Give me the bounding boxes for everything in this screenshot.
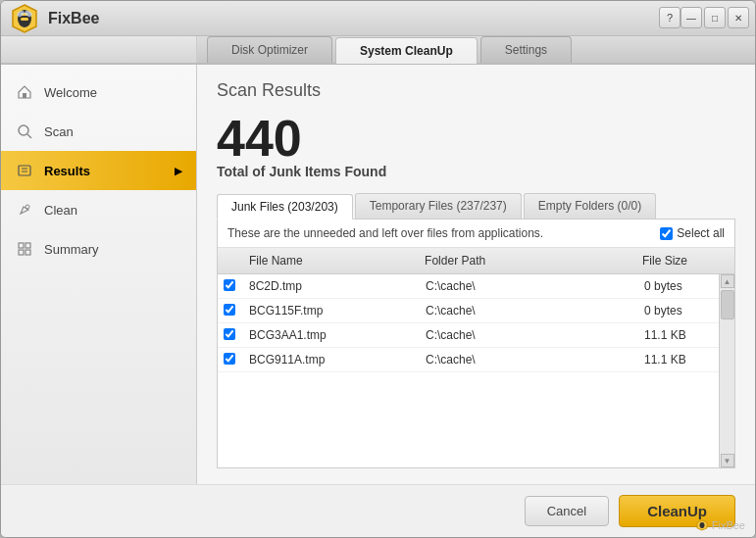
- minimize-button[interactable]: —: [680, 7, 702, 28]
- row-size-3: 11.1 KB: [640, 351, 719, 368]
- sidebar-item-results[interactable]: Results ▶: [1, 151, 196, 190]
- maximize-button[interactable]: □: [704, 7, 726, 28]
- file-panel-description: These are the unneeded and left over fil…: [227, 226, 543, 240]
- sidebar-item-scan[interactable]: Scan: [1, 112, 196, 151]
- page-title: Scan Results: [217, 80, 735, 101]
- title-bar: FixBee ? — □ ✕: [1, 1, 755, 36]
- watermark-icon: [696, 519, 708, 531]
- svg-point-7: [19, 125, 28, 135]
- row-size-1: 0 bytes: [640, 302, 719, 319]
- app-logo: FixBee: [9, 3, 99, 34]
- row-checkbox-1[interactable]: [224, 304, 235, 316]
- sidebar-label-scan: Scan: [44, 124, 74, 139]
- select-all-area[interactable]: Select all: [660, 226, 725, 240]
- row-size-2: 11.1 KB: [640, 326, 719, 344]
- watermark-text: FixBee: [712, 519, 745, 531]
- sidebar-label-clean: Clean: [44, 203, 77, 218]
- tab-disk-optimizer[interactable]: Disk Optimizer: [207, 36, 332, 63]
- scrollbar-thumb[interactable]: [721, 290, 734, 319]
- sidebar-item-summary[interactable]: Summary: [1, 229, 196, 269]
- tab-settings[interactable]: Settings: [480, 36, 572, 63]
- row-path-2: C:\cache\: [422, 326, 640, 344]
- col-header-path: Folder Path: [421, 252, 638, 269]
- table-header: File Name Folder Path File Size: [218, 248, 734, 274]
- tab-system-cleanup[interactable]: System CleanUp: [335, 37, 478, 64]
- file-table: File Name Folder Path File Size: [218, 248, 734, 467]
- svg-point-12: [25, 205, 29, 209]
- row-path-0: C:\cache\: [422, 277, 640, 295]
- clean-icon: [15, 200, 34, 220]
- row-checkbox-3[interactable]: [224, 353, 235, 365]
- sub-tab-junk-files[interactable]: Junk Files (203/203): [217, 194, 353, 220]
- select-all-label: Select all: [677, 226, 725, 240]
- cancel-button[interactable]: Cancel: [525, 496, 609, 526]
- sub-tabs: Junk Files (203/203) Temporary Files (23…: [217, 193, 735, 220]
- svg-rect-16: [25, 250, 30, 255]
- sidebar-label-results: Results: [44, 164, 90, 178]
- sidebar-label-summary: Summary: [44, 242, 99, 257]
- sidebar-arrow-results: ▶: [175, 166, 182, 176]
- row-name-3: BCG911A.tmp: [245, 351, 422, 368]
- select-all-checkbox[interactable]: [660, 227, 673, 240]
- row-name-1: BCG115F.tmp: [245, 302, 422, 319]
- sidebar-item-clean[interactable]: Clean: [1, 190, 196, 229]
- home-icon: [15, 82, 34, 102]
- scrollbar[interactable]: ▲ ▼: [719, 274, 734, 467]
- svg-rect-3: [21, 18, 28, 21]
- row-path-3: C:\cache\: [422, 351, 640, 368]
- file-panel-header: These are the unneeded and left over fil…: [218, 220, 734, 248]
- svg-rect-14: [25, 243, 30, 248]
- sidebar-label-welcome: Welcome: [44, 85, 97, 100]
- svg-rect-13: [19, 243, 24, 248]
- svg-point-18: [699, 522, 704, 528]
- row-name-2: BCG3AA1.tmp: [245, 326, 422, 344]
- row-checkbox-2[interactable]: [224, 328, 235, 340]
- table-row: BCG3AA1.tmp C:\cache\ 11.1 KB: [218, 323, 719, 348]
- close-button[interactable]: ✕: [728, 7, 749, 28]
- app-title: FixBee: [48, 10, 99, 27]
- sidebar: Welcome Scan Results ▶: [1, 65, 197, 484]
- content-wrapper: Scan Results 440 Total of Junk Items Fou…: [217, 80, 735, 468]
- junk-count: 440: [217, 113, 735, 164]
- watermark: FixBee: [696, 519, 745, 531]
- row-size-0: 0 bytes: [640, 277, 719, 295]
- svg-rect-15: [19, 250, 24, 255]
- table-row: 8C2D.tmp C:\cache\ 0 bytes: [218, 274, 719, 299]
- sidebar-item-welcome[interactable]: Welcome: [1, 73, 196, 112]
- col-header-scroll: [717, 252, 734, 269]
- help-button[interactable]: ?: [659, 7, 680, 28]
- col-header-name: File Name: [245, 252, 421, 269]
- row-checkbox-0[interactable]: [224, 279, 235, 291]
- col-header-size: File Size: [638, 252, 717, 269]
- results-icon: [15, 161, 34, 180]
- window-controls: — □ ✕: [680, 7, 749, 28]
- row-name-0: 8C2D.tmp: [245, 277, 422, 295]
- junk-label: Total of Junk Items Found: [217, 164, 735, 179]
- svg-rect-9: [19, 166, 30, 175]
- row-path-1: C:\cache\: [422, 302, 640, 319]
- main-window: FixBee ? — □ ✕ Disk Optimizer System Cle…: [0, 0, 756, 538]
- content-area: Scan Results 440 Total of Junk Items Fou…: [197, 65, 755, 484]
- col-header-check: [218, 252, 245, 269]
- file-panel: These are the unneeded and left over fil…: [217, 220, 735, 468]
- sub-tab-empty-folders[interactable]: Empty Folders (0/0): [524, 193, 656, 219]
- sub-tab-temp-files[interactable]: Temporary Files (237/237): [355, 193, 522, 219]
- scan-icon: [15, 122, 34, 141]
- svg-line-8: [27, 134, 31, 138]
- window-body: Disk Optimizer System CleanUp Settings W…: [1, 36, 755, 537]
- bottom-bar: Cancel CleanUp: [1, 484, 755, 537]
- summary-icon: [15, 239, 34, 259]
- table-row: BCG911A.tmp C:\cache\ 11.1 KB: [218, 348, 719, 372]
- svg-rect-6: [23, 93, 26, 98]
- table-row: BCG115F.tmp C:\cache\ 0 bytes: [218, 299, 719, 323]
- bee-icon: [9, 3, 40, 34]
- main-area: Welcome Scan Results ▶: [1, 65, 755, 484]
